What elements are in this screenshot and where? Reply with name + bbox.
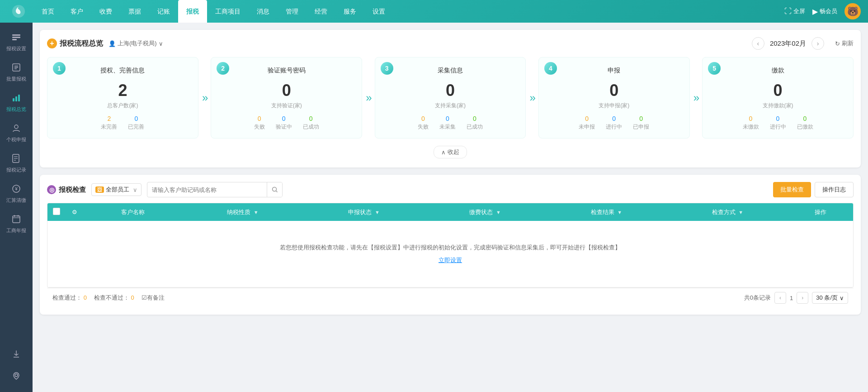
th-payment-label: 缴费状态	[469, 209, 493, 215]
top-navigation: 首页 客户 收费 票据 记账 报税 工商项目 消息 管理 经营 服务 设置 ⛶ …	[0, 0, 868, 23]
pass-count[interactable]: 0	[84, 294, 87, 301]
step-2-stat-2[interactable]: 0 已成功	[303, 115, 319, 131]
collapse-button[interactable]: ∧ 收起	[434, 146, 467, 158]
next-page-button[interactable]: ›	[797, 292, 808, 304]
svg-point-23	[15, 374, 18, 377]
search-button[interactable]	[267, 182, 282, 197]
sidebar-item-tax-settings[interactable]: 报税设置	[0, 26, 33, 57]
annual-report-icon	[10, 213, 23, 225]
step-4-stat-1-lbl: 进行中	[606, 123, 622, 131]
nav-commerce[interactable]: 工商项目	[207, 0, 249, 23]
step-2-stat-0[interactable]: 0 失败	[254, 115, 265, 131]
check-actions: 批量检查 操作日志	[773, 182, 854, 197]
th-check-method-filter-icon[interactable]: ▼	[738, 210, 743, 215]
prev-month-button[interactable]: ‹	[752, 37, 764, 50]
step-5-stat-2[interactable]: 0 已缴款	[797, 115, 813, 131]
tax-check-title-text: 报税检查	[59, 186, 86, 194]
sidebar-item-annual-report[interactable]: 工商年报	[0, 208, 33, 239]
download-icon	[10, 348, 23, 360]
step-3-stat-2[interactable]: 0 已成功	[467, 115, 483, 131]
svg-line-25	[276, 191, 277, 192]
customer-search-input[interactable]	[147, 184, 267, 196]
step-arrow-2: »	[362, 57, 374, 139]
nav-accounting[interactable]: 记账	[149, 0, 178, 23]
user-avatar[interactable]: 🐻	[844, 3, 861, 19]
nav-service[interactable]: 服务	[335, 0, 364, 23]
table-footer: 检查通过： 0 检查不通过： 0 ☑有备注 共0条记录 ‹ 1 › 30 条/页	[47, 288, 854, 307]
fullscreen-button[interactable]: ⛶ 全屏	[784, 7, 805, 15]
sidebar-item-settlement[interactable]: ¥ 汇算清缴	[0, 178, 33, 208]
step-5-stat-1-lbl: 进行中	[770, 123, 786, 131]
prev-page-button[interactable]: ‹	[774, 292, 786, 304]
svg-rect-2	[12, 37, 20, 38]
employee-chevron-icon: ∨	[133, 186, 137, 193]
step-5-card: 5 缴款 0 支持缴款(家) 0 未缴款 0 进行中	[702, 57, 854, 139]
step-5-stat-0[interactable]: 0 未缴款	[743, 115, 759, 131]
step-3-stat-1[interactable]: 0 未采集	[439, 115, 456, 131]
step-1-title: 授权、完善信息	[55, 67, 191, 75]
step-4-stat-2[interactable]: 0 已申报	[633, 115, 649, 131]
tax-check-title: ◎ 报税检查	[47, 185, 86, 194]
nav-home[interactable]: 首页	[33, 0, 62, 23]
overview-card: + 报税流程总览 👤 上海(电子税局) ∨ ‹ 2023年02月 › ↻ 刷新	[40, 30, 861, 167]
nav-settings[interactable]: 设置	[364, 0, 393, 23]
sidebar-item-download[interactable]	[0, 343, 33, 365]
location-selector[interactable]: 👤 上海(电子税局) ∨	[108, 39, 163, 48]
employee-filter-label: 全部员工	[106, 186, 129, 194]
step-4-stat-0-val: 0	[585, 115, 589, 122]
th-payment-filter-icon[interactable]: ▼	[496, 210, 501, 215]
header-checkbox[interactable]	[53, 208, 60, 215]
table-header: ⚙ 客户名称 纳税性质 ▼ 申报状态 ▼	[47, 203, 853, 221]
step-3-stat-0[interactable]: 0 失败	[418, 115, 429, 131]
note-label: ☑有备注	[142, 294, 165, 302]
step-1-stat-0[interactable]: 2 未完善	[101, 115, 117, 131]
settings-gear-icon[interactable]: ⚙	[72, 209, 77, 215]
th-check-result-filter-icon[interactable]: ▼	[617, 210, 622, 215]
step-5-stat-0-lbl: 未缴款	[743, 123, 759, 131]
setup-link[interactable]: 立即设置	[439, 257, 462, 263]
svg-rect-8	[13, 98, 14, 101]
step-1-stat-1-lbl: 已完善	[128, 123, 144, 131]
refresh-icon: ↻	[835, 40, 840, 47]
step-5-stat-1[interactable]: 0 进行中	[770, 115, 786, 131]
step-1-stat-1[interactable]: 0 已完善	[128, 115, 144, 131]
nav-message[interactable]: 消息	[249, 0, 278, 23]
employee-filter-select[interactable]: 🖼 全部员工 ∨	[91, 183, 142, 196]
nav-tax[interactable]: 报税	[178, 0, 207, 23]
sidebar-item-personal-report[interactable]: 个税申报	[0, 117, 33, 148]
next-month-button[interactable]: ›	[811, 37, 824, 50]
step-2-count: 0	[218, 81, 354, 100]
svg-text:¥: ¥	[14, 186, 18, 191]
operation-log-button[interactable]: 操作日志	[815, 182, 854, 197]
sidebar-item-location[interactable]	[0, 365, 33, 387]
tax-check-card: ◎ 报税检查 🖼 全部员工 ∨	[40, 175, 861, 315]
step-2-stat-1[interactable]: 0 验证中	[276, 115, 292, 131]
svg-point-24	[272, 187, 276, 191]
step-5-stat-2-lbl: 已缴款	[797, 123, 813, 131]
sidebar-item-batch-tax[interactable]: 批量报税	[0, 57, 33, 87]
sidebar-item-tax-records[interactable]: 报税记录	[0, 148, 33, 178]
sidebar-item-tax-overview[interactable]: 报税总览	[0, 87, 33, 117]
step-4-stat-1[interactable]: 0 进行中	[606, 115, 622, 131]
nav-business[interactable]: 经营	[307, 0, 335, 23]
step-4-number: 4	[544, 62, 557, 75]
refresh-button[interactable]: ↻ 刷新	[835, 39, 854, 48]
step-4-stat-0[interactable]: 0 未申报	[579, 115, 595, 131]
batch-check-button[interactable]: 批量检查	[773, 182, 811, 197]
nav-invoice[interactable]: 票据	[120, 0, 149, 23]
th-nature-filter-icon[interactable]: ▼	[254, 210, 259, 215]
step-1-number: 1	[53, 62, 66, 75]
per-page-select[interactable]: 30 条/页 ∨	[812, 292, 848, 304]
fail-count[interactable]: 0	[131, 294, 134, 301]
collapse-up-icon: ∧	[441, 149, 446, 156]
th-nature-label: 纳税性质	[227, 209, 250, 215]
customer-search-box[interactable]	[147, 182, 283, 197]
arrow-2-icon: »	[366, 91, 371, 104]
th-report-filter-icon[interactable]: ▼	[375, 210, 380, 215]
step-3-title: 采集信息	[382, 67, 519, 75]
nav-client[interactable]: 客户	[62, 0, 91, 23]
member-button[interactable]: ▶ 畅会员	[812, 7, 837, 16]
nav-manage[interactable]: 管理	[278, 0, 307, 23]
step-2-stat-0-lbl: 失败	[254, 123, 265, 131]
nav-fee[interactable]: 收费	[91, 0, 120, 23]
